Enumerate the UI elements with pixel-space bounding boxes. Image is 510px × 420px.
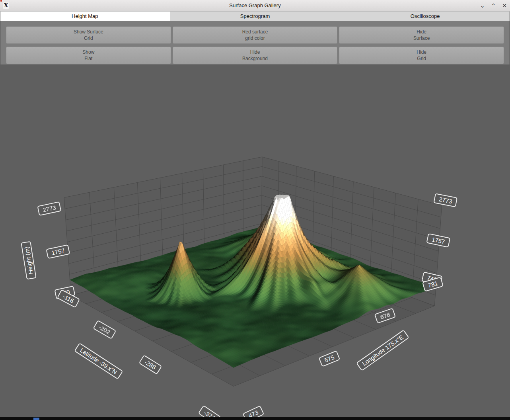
window-title: Surface Graph Gallery <box>0 0 510 11</box>
button-label: Hide <box>417 49 426 55</box>
control-panel: Show Surface Grid Red surface grid color… <box>0 21 510 64</box>
tab-spectrogram[interactable]: Spectrogram <box>170 12 341 21</box>
taskbar-item-blue <box>33 418 39 420</box>
window-controls: ⌄ ⌃ ✕ <box>480 0 507 11</box>
button-label: Grid <box>417 55 426 62</box>
button-label: Hide <box>250 49 260 55</box>
show-surface-grid-button[interactable]: Show Surface Grid <box>6 26 171 44</box>
button-label: Red surface <box>242 29 268 35</box>
show-flat-button[interactable]: Show Flat <box>6 47 171 64</box>
red-surface-grid-color-button[interactable]: Red surface grid color <box>173 26 338 44</box>
shade-icon[interactable]: ⌄ <box>480 0 485 11</box>
hide-surface-button[interactable]: Hide Surface <box>339 26 504 44</box>
tab-height-map[interactable]: Height Map <box>0 12 170 21</box>
button-label: Surface <box>413 35 430 41</box>
surface-plot-area: 740 1757 2773 Height (m) 740 1757 2773 -… <box>0 64 510 420</box>
button-label: grid color <box>245 35 265 41</box>
button-label: Flat <box>84 55 92 62</box>
hide-background-button[interactable]: Hide Background <box>173 47 338 64</box>
button-label: Show <box>82 49 94 55</box>
taskbar-strip <box>0 417 510 420</box>
tab-oscilloscope[interactable]: Oscilloscope <box>340 12 510 21</box>
button-label: Hide <box>417 29 426 35</box>
maximize-icon[interactable]: ⌃ <box>491 0 496 11</box>
tab-bar: Height Map Spectrogram Oscilloscope <box>0 12 510 21</box>
button-label: Background <box>242 55 268 62</box>
close-icon[interactable]: ✕ <box>502 0 507 11</box>
titlebar[interactable]: X Surface Graph Gallery ⌄ ⌃ ✕ <box>0 0 510 12</box>
button-label: Show Surface <box>74 29 103 35</box>
hide-grid-button[interactable]: Hide Grid <box>339 47 504 64</box>
button-label: Grid <box>84 35 93 41</box>
app-window: X Surface Graph Gallery ⌄ ⌃ ✕ Height Map… <box>0 0 510 420</box>
